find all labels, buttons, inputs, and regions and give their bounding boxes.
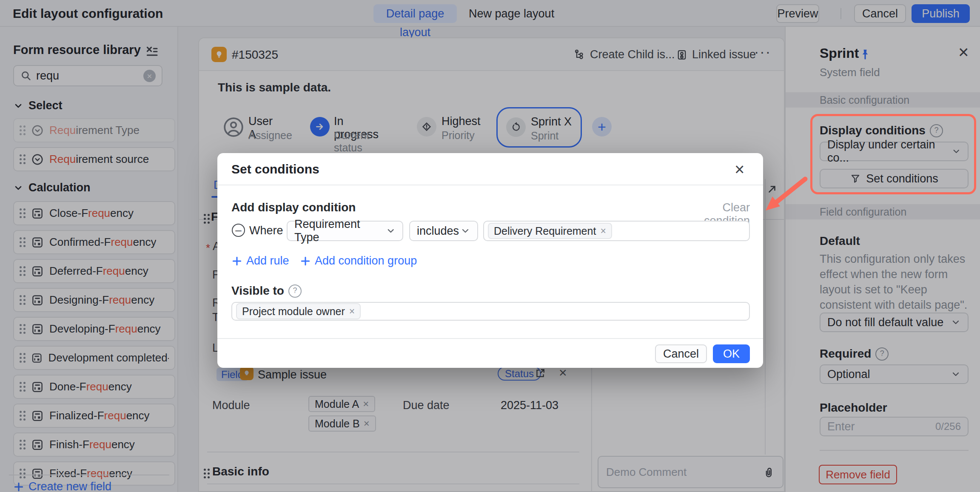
condition-value-tag: Delivery Requirement× (488, 223, 612, 239)
add-rule-link[interactable]: Add rule (231, 254, 289, 267)
remove-tag-icon[interactable]: × (600, 225, 606, 237)
modal-cancel-button[interactable]: Cancel (655, 344, 707, 363)
visible-to-label: Visible to ? (231, 284, 302, 298)
help-icon[interactable]: ? (288, 284, 302, 298)
condition-field-select[interactable]: Requirement Type (287, 221, 403, 241)
where-label: Where (249, 224, 283, 237)
visible-to-input[interactable]: Project module owner× (231, 302, 750, 321)
plus-icon (231, 256, 242, 267)
modal-ok-button[interactable]: OK (713, 344, 750, 363)
modal-header: Set conditions × (217, 153, 763, 185)
edit-layout-configuration-page: Edit layout configuration Detail page la… (0, 0, 980, 492)
modal-title: Set conditions (231, 153, 319, 185)
condition-operator-select[interactable]: includes (409, 221, 478, 241)
modal-footer-divider (217, 338, 763, 339)
close-icon[interactable]: × (735, 161, 744, 178)
set-conditions-modal: Set conditions × Add display condition C… (217, 153, 763, 368)
plus-icon (300, 256, 311, 267)
remove-rule-icon[interactable]: – (232, 224, 245, 237)
chevron-down-icon (386, 226, 396, 236)
add-display-condition-label: Add display condition (231, 201, 356, 214)
visible-to-tag: Project module owner× (236, 303, 361, 319)
remove-tag-icon[interactable]: × (349, 306, 355, 317)
condition-value-input[interactable]: Delivery Requirement× (483, 221, 750, 241)
chevron-down-icon (460, 226, 470, 236)
add-condition-group-link[interactable]: Add condition group (300, 254, 417, 267)
